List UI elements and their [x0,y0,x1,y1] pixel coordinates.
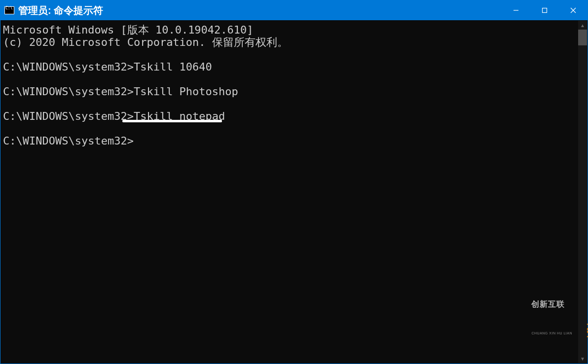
scroll-up-arrow-icon[interactable]: ▲ [578,21,587,30]
prompt-1: C:\WINDOWS\system32>Tskill 10640 [3,61,212,73]
window-title: 管理员: 命令提示符 [18,4,103,17]
prompt-4: C:\WINDOWS\system32> [3,135,134,147]
terminal-output[interactable]: Microsoft Windows [版本 10.0.19042.610] (c… [1,21,578,363]
window-controls [502,0,588,20]
copyright-line: (c) 2020 Microsoft Corporation. 保留所有权利。 [3,36,288,48]
watermark-main: 创新互联 [531,300,572,309]
watermark: 创新互联 CHUANG XIN HU LIAN [514,278,572,358]
cmd-2: Tskill Photoshop [134,85,238,98]
cmd-1: Tskill 10640 [134,61,212,73]
prompt-2: C:\WINDOWS\system32>Tskill Photoshop [3,85,238,98]
vertical-scrollbar[interactable]: ▲ ▼ [578,21,587,363]
underline-annotation [122,120,222,122]
version-line: Microsoft Windows [版本 10.0.19042.610] [3,24,254,36]
maximize-button[interactable] [530,0,559,20]
scroll-down-arrow-icon[interactable]: ▼ [578,354,587,363]
close-button[interactable] [559,0,588,20]
watermark-logo-icon [514,311,527,325]
cmd-window: 管理员: 命令提示符 Microsoft Windows [版本 10.0.19… [0,0,588,364]
svg-rect-1 [543,8,547,13]
client-area: Microsoft Windows [版本 10.0.19042.610] (c… [1,21,587,363]
titlebar[interactable]: 管理员: 命令提示符 [0,0,588,20]
scroll-thumb[interactable] [578,30,587,45]
minimize-button[interactable] [502,0,530,20]
cmd-icon [4,6,14,14]
